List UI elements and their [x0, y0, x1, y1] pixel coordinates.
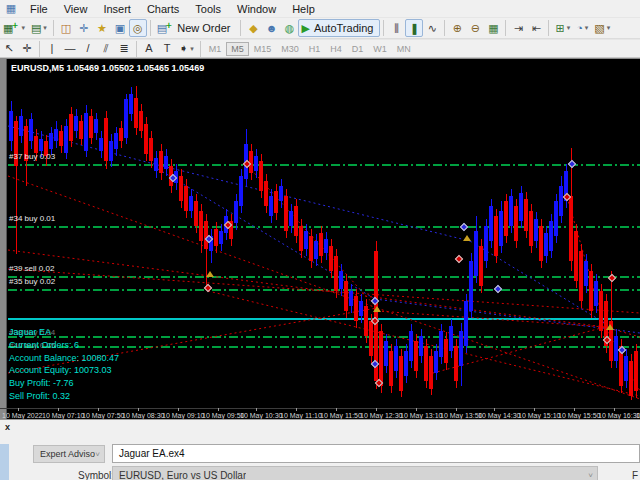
toolbar-separator [505, 20, 506, 36]
timeframe-h1[interactable]: H1 [304, 42, 326, 56]
symbol-select[interactable]: EURUSD, Euro vs US Dollar ˅ [112, 466, 598, 480]
zoom-out-button[interactable]: ⊖ [466, 19, 484, 37]
navigator-button[interactable]: ★ [93, 19, 111, 37]
cursor-tool[interactable]: ↖ [0, 40, 18, 58]
indicators-button[interactable]: ⊞▾ [552, 19, 573, 37]
candle [454, 346, 458, 381]
crosshair-tool[interactable]: ✛ [18, 40, 36, 58]
menu-insert[interactable]: Insert [95, 2, 139, 16]
menu-view[interactable]: View [56, 2, 96, 16]
ea-info-line: Current Orders: 6 [9, 340, 79, 350]
candle [629, 361, 633, 396]
toolbar-separator [240, 20, 241, 36]
toolbar-separator [444, 20, 445, 36]
candle [409, 331, 413, 361]
candle [599, 291, 603, 331]
new-order-button[interactable]: ▤＋New Order [154, 19, 238, 37]
new-chart-button[interactable]: ▦＋▾ [0, 19, 28, 37]
navigator-button-glyph: ★ [97, 23, 107, 34]
expert-advisor-type-select[interactable]: Expert Advisor ˅ [33, 445, 105, 463]
menu-tools[interactable]: Tools [187, 2, 229, 16]
close-icon[interactable]: x [2, 422, 13, 433]
timeframe-m30[interactable]: M30 [276, 42, 304, 56]
candle [624, 356, 628, 381]
candle [574, 231, 578, 281]
timeframe-mn[interactable]: MN [392, 42, 416, 56]
menu-help[interactable]: Help [284, 2, 323, 16]
toolbar-separator [53, 20, 54, 36]
profiles-button[interactable]: ▤▾ [28, 19, 50, 37]
candle [214, 229, 218, 246]
candle [19, 116, 23, 136]
zoom-in-button[interactable]: ⊕ [448, 19, 466, 37]
cursor-tool-glyph: ↖ [4, 43, 13, 54]
line-chart-button[interactable]: ∿ [423, 19, 441, 37]
timeframe-d1[interactable]: D1 [347, 42, 369, 56]
auto-scroll-button[interactable]: ⇥ [509, 19, 527, 37]
candle [314, 241, 318, 259]
chart-area[interactable]: EURUSD,M5 1.05469 1.05502 1.05465 1.0546… [0, 58, 640, 419]
templates-button[interactable]: ▧▾ [591, 19, 613, 37]
text-tool[interactable]: A [140, 40, 158, 58]
arrows-tool[interactable]: ➧▾ [176, 40, 197, 58]
ea-info-line: Account Balance: 10080.47 [9, 353, 119, 363]
bar-chart-button[interactable]: ⫼ [387, 19, 405, 37]
candle [509, 196, 513, 226]
chevron-down-icon: ▾ [21, 24, 25, 32]
time-axis-label: 10 May 11:50 [320, 412, 362, 419]
timeframe-m5[interactable]: M5 [226, 42, 249, 56]
fibonacci-tool[interactable]: ≣ [115, 40, 133, 58]
candle [519, 193, 523, 221]
candle [279, 186, 283, 201]
time-axis-tick [256, 408, 257, 411]
candle [634, 351, 638, 391]
trendline-tool[interactable]: / [79, 40, 97, 58]
terminal-button-glyph: ▣ [115, 23, 125, 34]
timeframe-w1[interactable]: W1 [368, 42, 392, 56]
candle [184, 186, 188, 211]
order-label: #34 buy 0.01 [9, 214, 55, 223]
expert-advisor-type-label: Expert Advisor [34, 449, 95, 459]
channel-tool[interactable]: ⫽ [97, 40, 115, 58]
market-watch-button-glyph: ◫ [61, 23, 71, 34]
menu-window[interactable]: Window [229, 2, 284, 16]
candle [299, 226, 303, 251]
candle [429, 356, 433, 389]
candle [424, 346, 428, 381]
candle [189, 196, 193, 211]
time-axis-tick [138, 408, 139, 411]
news-globe-icon[interactable]: ◍ [280, 19, 298, 37]
autotrading-button[interactable]: ▶AutoTrading [298, 19, 380, 37]
data-window-button[interactable]: ✛ [75, 19, 93, 37]
terminal-button[interactable]: ▣ [111, 19, 129, 37]
candle [549, 221, 553, 251]
time-axis-label: 10 May 11:10 [280, 412, 322, 419]
tile-windows-button[interactable]: ▦ [484, 19, 502, 37]
candle [134, 98, 138, 128]
candlestick-button[interactable]: ❚ [405, 19, 423, 37]
toolbar-separator [39, 41, 40, 57]
candle [149, 138, 153, 161]
menu-charts[interactable]: Charts [139, 2, 187, 16]
candle [384, 341, 388, 366]
timeframe-m15[interactable]: M15 [249, 42, 277, 56]
strategy-tester-button[interactable]: ◎ [129, 19, 147, 37]
community-icon[interactable]: ☻ [262, 19, 280, 37]
community-icon-glyph: ☻ [266, 23, 278, 34]
mql-market-icon[interactable]: ◆ [244, 19, 262, 37]
candle [404, 351, 408, 376]
candle [329, 246, 333, 271]
menu-file[interactable]: File [22, 2, 56, 16]
periods-button[interactable]: ◔▾ [573, 19, 591, 37]
timeframe-m1[interactable]: M1 [204, 42, 227, 56]
market-watch-button[interactable]: ◫ [57, 19, 75, 37]
candle [59, 131, 63, 146]
text-label-tool[interactable]: T [158, 40, 176, 58]
expert-advisor-name-input[interactable]: Jaguar EA.ex4 [112, 444, 640, 463]
vertical-line-tool[interactable]: | [43, 40, 61, 58]
timeframe-h4[interactable]: H4 [325, 42, 347, 56]
candle [109, 141, 113, 161]
chart-shift-button[interactable]: ⇤ [527, 19, 545, 37]
horizontal-line-tool[interactable]: — [61, 40, 79, 58]
time-axis-tick [614, 408, 615, 411]
